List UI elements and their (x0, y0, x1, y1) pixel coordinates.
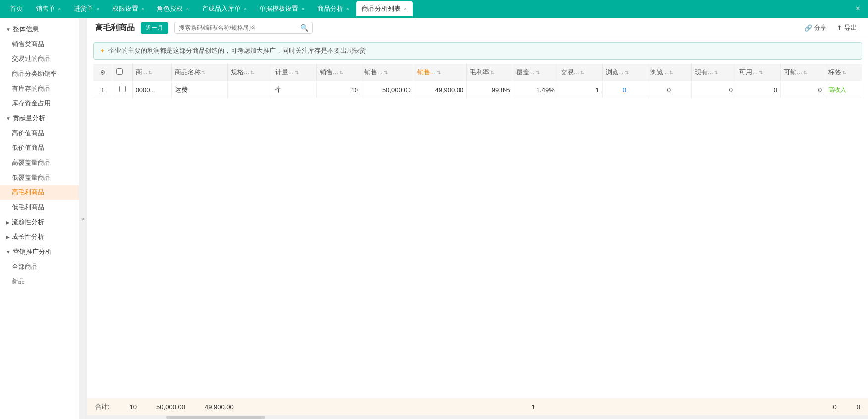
select-all-checkbox[interactable] (116, 68, 123, 75)
nav-tab-template[interactable]: 单据模板设置 × (254, 1, 310, 16)
sidebar-item-high-value[interactable]: 高价值商品 (0, 126, 79, 140)
scrollbar-thumb[interactable] (166, 416, 265, 419)
cell-browse1[interactable]: 0 (602, 81, 647, 98)
col-transaction[interactable]: 交易...⇅ (558, 64, 602, 81)
chevron-down-icon: ▼ (6, 249, 11, 255)
sidebar-group-flow[interactable]: ▶ 流趋性分析 (0, 215, 79, 230)
cell-stock-sale: 0 (781, 81, 825, 98)
col-sale-amt[interactable]: 销售...⇅ (361, 64, 414, 81)
sort-icon: ⇅ (759, 70, 763, 75)
col-tag[interactable]: 标签⇅ (825, 64, 862, 81)
sidebar-item-traded-goods[interactable]: 交易过的商品 (0, 51, 79, 66)
nav-home[interactable]: 首页 (4, 1, 29, 16)
nav-tab-warehouse[interactable]: 产成品入库单 × (196, 1, 253, 16)
sort-icon: ⇅ (295, 70, 299, 75)
col-spec[interactable]: 规格...⇅ (227, 64, 272, 81)
sort-icon: ⇅ (202, 70, 205, 75)
sidebar-item-sales-goods[interactable]: 销售类商品 (0, 37, 79, 51)
nav-tab-sales[interactable]: 销售单 × (30, 1, 67, 16)
nav-tab-analysis[interactable]: 商品分析 × (311, 1, 355, 16)
col-browse1[interactable]: 浏览...⇅ (602, 64, 647, 81)
close-icon[interactable]: × (404, 6, 407, 12)
nav-tab-role[interactable]: 角色授权 × (151, 1, 195, 16)
row-checkbox[interactable] (119, 86, 126, 92)
chevron-right-icon: ▶ (6, 234, 10, 240)
cell-name: 运费 (172, 81, 228, 98)
col-checkbox[interactable] (113, 64, 132, 81)
cell-checkbox[interactable] (113, 81, 132, 98)
sidebar-item-stock-capital[interactable]: 库存资金占用 (0, 96, 79, 111)
export-icon: ⬆ (837, 24, 842, 32)
period-button[interactable]: 近一月 (141, 22, 168, 34)
footer-sale-qty: 10 (130, 403, 137, 411)
sidebar-group-growth[interactable]: ▶ 成长性分析 (0, 230, 79, 244)
sort-icon: ⇅ (714, 70, 718, 75)
sort-icon: ⇅ (669, 70, 673, 75)
col-browse2[interactable]: 浏览...⇅ (647, 64, 691, 81)
cell-unit: 个 (272, 81, 316, 98)
close-icon[interactable]: × (58, 6, 61, 12)
col-gross-margin[interactable]: 毛利率⇅ (467, 64, 513, 81)
share-button[interactable]: 🔗 分享 (801, 22, 830, 34)
col-sale-qty[interactable]: 销售...⇅ (317, 64, 361, 81)
close-icon[interactable]: × (244, 6, 247, 12)
content-header: 高毛利商品 近一月 🔍 🔗 分享 ⬆ 导出 (87, 18, 868, 38)
close-icon[interactable]: × (186, 6, 189, 12)
cell-stock-current: 0 (691, 81, 736, 98)
col-unit[interactable]: 计量...⇅ (272, 64, 316, 81)
close-icon[interactable]: × (141, 6, 144, 12)
content-area: 高毛利商品 近一月 🔍 🔗 分享 ⬆ 导出 ✦ 企业的主要的利润都是这部分商品创… (87, 18, 868, 419)
search-input[interactable] (179, 24, 298, 31)
sidebar-item-all-goods[interactable]: 全部商品 (0, 259, 79, 274)
sidebar-item-category-rate[interactable]: 商品分类助销率 (0, 66, 79, 81)
sort-icon: ⇅ (490, 70, 494, 75)
nav-tab-permission[interactable]: 权限设置 × (106, 1, 150, 16)
cell-gross-margin: 99.8% (467, 81, 513, 98)
cell-stock-avail: 0 (736, 81, 780, 98)
cell-spec (227, 81, 272, 98)
table-row: 1 0000... 运费 个 10 50,000.00 49,900.00 99… (93, 81, 862, 98)
col-stock-current[interactable]: 现有...⇅ (691, 64, 736, 81)
nav-tab-analysis-list[interactable]: 商品分析列表 × (356, 1, 412, 16)
sidebar-item-high-margin[interactable]: 高毛利商品 (0, 185, 79, 200)
sidebar-group-marketing[interactable]: ▼ 营销推广分析 (0, 244, 79, 259)
sort-icon: ⇅ (339, 70, 343, 75)
sidebar-item-in-stock[interactable]: 有库存的商品 (0, 81, 79, 96)
sidebar-group-overall[interactable]: ▼ 整体信息 (0, 22, 79, 37)
col-coverage[interactable]: 覆盖...⇅ (513, 64, 558, 81)
sidebar-item-new-goods[interactable]: 新品 (0, 274, 79, 289)
warning-icon: ✦ (100, 47, 105, 55)
data-table: ⚙ 商...⇅ 商品名称⇅ 规格...⇅ 计量...⇅ 销售...⇅ 销售...… (93, 64, 862, 98)
search-box: 🔍 (174, 22, 313, 34)
close-icon[interactable]: × (96, 6, 99, 12)
sidebar-item-high-coverage[interactable]: 高覆盖量商品 (0, 155, 79, 170)
sidebar-item-low-value[interactable]: 低价值商品 (0, 140, 79, 155)
table-footer: 合计: 10 50,000.00 49,900.00 1 0 0 (87, 398, 868, 415)
footer-stock-current: 0 (833, 403, 837, 411)
search-icon[interactable]: 🔍 (300, 24, 308, 32)
cell-tag: 高收入 (825, 81, 862, 98)
footer-sale-profit: 49,900.00 (205, 403, 234, 411)
cell-browse2: 0 (647, 81, 691, 98)
table-header-row: ⚙ 商...⇅ 商品名称⇅ 规格...⇅ 计量...⇅ 销售...⇅ 销售...… (93, 64, 862, 81)
top-nav: 首页 销售单 × 进货单 × 权限设置 × 角色授权 × 产成品入库单 × 单据… (0, 0, 868, 18)
sidebar-item-low-margin[interactable]: 低毛利商品 (0, 200, 79, 215)
sort-icon: ⇅ (803, 70, 807, 75)
close-icon[interactable]: × (346, 6, 349, 12)
window-close-button[interactable]: × (852, 4, 864, 13)
col-code[interactable]: 商...⇅ (132, 64, 171, 81)
export-button[interactable]: ⬆ 导出 (834, 22, 860, 34)
cell-sale-profit: 49,900.00 (414, 81, 467, 98)
col-sale-profit[interactable]: 销售...⇅ (414, 64, 467, 81)
sidebar-group-contribution[interactable]: ▼ 贡献量分析 (0, 111, 79, 126)
horizontal-scrollbar[interactable] (87, 415, 868, 419)
col-name[interactable]: 商品名称⇅ (172, 64, 228, 81)
col-settings[interactable]: ⚙ (93, 64, 113, 81)
sidebar-collapse-button[interactable]: « (79, 18, 87, 419)
nav-tab-purchase[interactable]: 进货单 × (68, 1, 105, 16)
close-icon[interactable]: × (301, 6, 304, 12)
col-stock-sale[interactable]: 可销...⇅ (781, 64, 825, 81)
sidebar-item-low-coverage[interactable]: 低覆盖量商品 (0, 170, 79, 185)
main-layout: ▼ 整体信息 销售类商品 交易过的商品 商品分类助销率 有库存的商品 库存资金占… (0, 18, 868, 419)
col-stock-avail[interactable]: 可用...⇅ (736, 64, 780, 81)
